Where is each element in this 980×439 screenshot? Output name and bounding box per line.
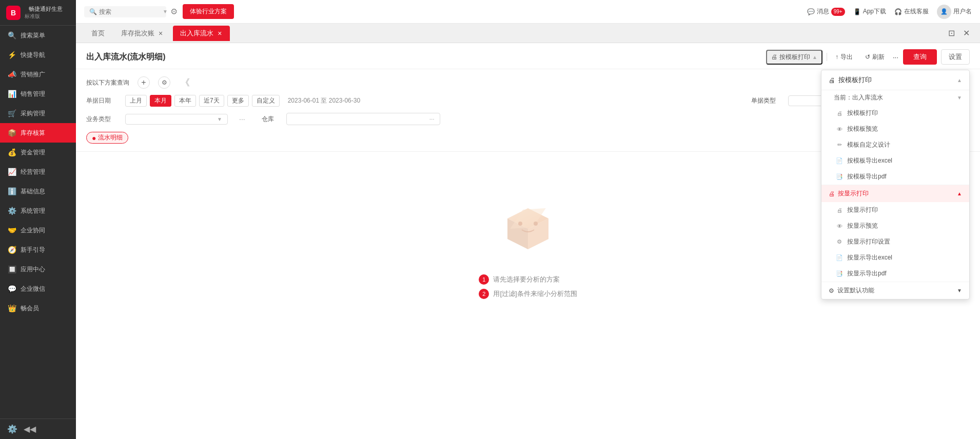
template-export-excel-item[interactable]: 📄 按模板导出excel [821, 153, 969, 169]
logo-icon: B [6, 6, 21, 20]
collapse-sidebar-icon[interactable]: ◀◀ [24, 424, 36, 434]
print-dropdown-arrow[interactable]: ▲ [812, 54, 817, 60]
topbar-search-box[interactable]: 🔍 ▼ [84, 6, 166, 17]
warehouse-select[interactable]: ··· [286, 113, 440, 125]
industry-solution-button[interactable]: 体验行业方案 [183, 4, 234, 19]
filter-settings-button[interactable]: ⚙ [158, 76, 170, 89]
topbar-gear-icon[interactable]: ⚙ [170, 7, 178, 16]
sidebar-item-wecom[interactable]: 💬 企业微信 [0, 279, 76, 298]
app-download-button[interactable]: 📱 App下载 [853, 7, 886, 16]
online-service-button[interactable]: 🎧 在线客服 [894, 7, 929, 16]
sidebar-item-marketing[interactable]: 📣 营销推广 [0, 65, 76, 84]
print-button[interactable]: 🖨 按模板打印 ▲ [766, 50, 822, 65]
set-default-item[interactable]: ⚙ 设置默认功能 ▼ [821, 282, 969, 299]
query-button[interactable]: 查询 [903, 49, 937, 65]
tab-restore-button[interactable]: ⊡ [946, 27, 957, 39]
search-dropdown-arrow[interactable]: ▼ [163, 9, 168, 14]
display-export-excel-item[interactable]: 📄 按显示导出excel [821, 250, 969, 266]
display-preview-icon: 👁 [836, 223, 843, 230]
avatar-icon: 👤 [940, 8, 948, 15]
divider-1 [827, 53, 827, 61]
sidebar-item-label-purchase: 采购管理 [21, 109, 45, 118]
empty-step-2: 2 用[过滤]条件来缩小分析范围 [479, 289, 577, 299]
date-this-year-button[interactable]: 本年 [174, 95, 196, 107]
online-service-label: 在线客服 [904, 7, 929, 16]
sidebar-item-guide[interactable]: 🧭 新手引导 [0, 240, 76, 260]
tab-home[interactable]: 首页 [84, 26, 112, 41]
display-export-pdf-label: 按显示导出pdf [847, 269, 887, 278]
tab-batch-ledger-close[interactable]: × [158, 30, 164, 37]
business-type-more[interactable]: ··· [239, 115, 245, 123]
filter-collapse-button[interactable]: 《 [181, 76, 190, 89]
date-last-month-button[interactable]: 上月 [125, 95, 147, 107]
sidebar-item-apps[interactable]: 🔲 应用中心 [0, 260, 76, 279]
date-this-month-button[interactable]: 本月 [150, 95, 171, 107]
sidebar-item-quick-nav[interactable]: ⚡ 快捷导航 [0, 45, 76, 65]
print-icon: 🖨 [771, 53, 777, 61]
filter-tag-icon: ● [92, 134, 96, 142]
display-print-section-header[interactable]: 🖨 按显示打印 ▲ [821, 185, 969, 202]
export-icon: ↑ [835, 53, 838, 61]
sidebar-item-inventory[interactable]: 📦 库存核算 [0, 123, 76, 143]
sidebar-item-purchase[interactable]: 🛒 采购管理 [0, 104, 76, 123]
set-default-label: 设置默认功能 [837, 286, 874, 295]
export-button[interactable]: ↑ 导出 [831, 51, 857, 64]
date-custom-button[interactable]: 自定义 [252, 95, 280, 107]
warehouse-more[interactable]: ··· [429, 115, 435, 123]
business-type-select[interactable]: ▼ [125, 114, 228, 125]
tab-close-all-button[interactable]: ✕ [961, 27, 972, 39]
content-area: 出入库流水(流水明细) 🖨 按模板打印 ▲ ↑ 导出 ↺ 刷新 ··· 查询 [76, 43, 980, 439]
settings-footer-icon[interactable]: ⚙️ [7, 424, 17, 434]
sidebar-item-label-quick: 快捷导航 [21, 51, 45, 59]
sidebar-item-label-sales: 销售管理 [21, 90, 45, 98]
tabbar-controls: ⊡ ✕ [946, 27, 972, 39]
app-download-label: App下载 [863, 7, 886, 16]
tab-batch-ledger-label: 库存批次账 [121, 29, 154, 38]
sidebar-item-sales[interactable]: 📊 销售管理 [0, 84, 76, 104]
sidebar-item-system[interactable]: ⚙️ 系统管理 [0, 201, 76, 221]
dropdown-chevron[interactable]: ▲ [957, 77, 962, 83]
sidebar-item-member[interactable]: 👑 畅会员 [0, 298, 76, 318]
current-item[interactable]: 当前：出入库流水 ▼ [821, 90, 969, 105]
sidebar-item-basic[interactable]: ℹ️ 基础信息 [0, 182, 76, 201]
headset-icon: 🎧 [894, 8, 902, 15]
sidebar-item-collab[interactable]: 🤝 企业协同 [0, 221, 76, 240]
sidebar-item-operations[interactable]: 📈 经营管理 [0, 162, 76, 182]
date-7days-button[interactable]: 近7天 [199, 95, 224, 107]
user-menu-button[interactable]: 👤 用户名 [937, 5, 972, 19]
wecom-icon: 💬 [7, 284, 16, 293]
set-default-arrow: ▼ [957, 288, 962, 293]
display-print-settings-icon: ⚙ [836, 238, 843, 246]
avatar: 👤 [937, 5, 951, 19]
search-input[interactable] [99, 8, 161, 15]
display-preview-item[interactable]: 👁 按显示预览 [821, 218, 969, 234]
page-action-bar: 🖨 按模板打印 ▲ ↑ 导出 ↺ 刷新 ··· 查询 设置 [766, 49, 970, 65]
sidebar-nav: 🔍 搜索菜单 ⚡ 快捷导航 📣 营销推广 📊 销售管理 🛒 采购管理 📦 库存核… [0, 26, 76, 418]
message-button[interactable]: 💬 消息 99+ [807, 7, 845, 16]
display-print-item[interactable]: 🖨 按显示打印 [821, 202, 969, 218]
display-export-pdf-item[interactable]: 📑 按显示导出pdf [821, 266, 969, 282]
dropdown-header-icon: 🖨 [829, 76, 835, 84]
template-custom-item[interactable]: ✏ 模板自定义设计 [821, 137, 969, 153]
inventory-icon: 📦 [7, 128, 16, 137]
add-filter-button[interactable]: + [138, 76, 150, 89]
template-export-pdf-item[interactable]: 📑 按模板导出pdf [821, 169, 969, 185]
settings-button[interactable]: 设置 [941, 49, 970, 65]
sidebar-item-search[interactable]: 🔍 搜索菜单 [0, 26, 76, 45]
display-print-settings-item[interactable]: ⚙ 按显示打印设置 [821, 234, 969, 250]
sidebar-item-label-apps: 应用中心 [21, 265, 45, 274]
template-preview-item[interactable]: 👁 按模板预览 [821, 121, 969, 137]
date-more-button[interactable]: 更多 [227, 95, 249, 107]
tab-batch-ledger[interactable]: 库存批次账 × [114, 26, 171, 41]
tab-flow[interactable]: 出入库流水 × [173, 26, 230, 41]
display-section-chevron[interactable]: ▲ [957, 191, 962, 196]
tab-flow-close[interactable]: × [217, 30, 223, 37]
template-print-item[interactable]: 🖨 按模板打印 [821, 105, 969, 121]
topbar-search-icon: 🔍 [89, 8, 97, 15]
template-print-icon: 🖨 [836, 110, 843, 117]
sidebar: B 畅捷通好生意 标准版 🔍 搜索菜单 ⚡ 快捷导航 📣 营销推广 📊 销售管理… [0, 0, 76, 439]
refresh-button[interactable]: ↺ 刷新 [861, 51, 889, 64]
sidebar-item-finance[interactable]: 💰 资金管理 [0, 143, 76, 162]
spacer: ··· [893, 53, 899, 61]
step-1-label: 请先选择要分析的方案 [493, 275, 560, 284]
